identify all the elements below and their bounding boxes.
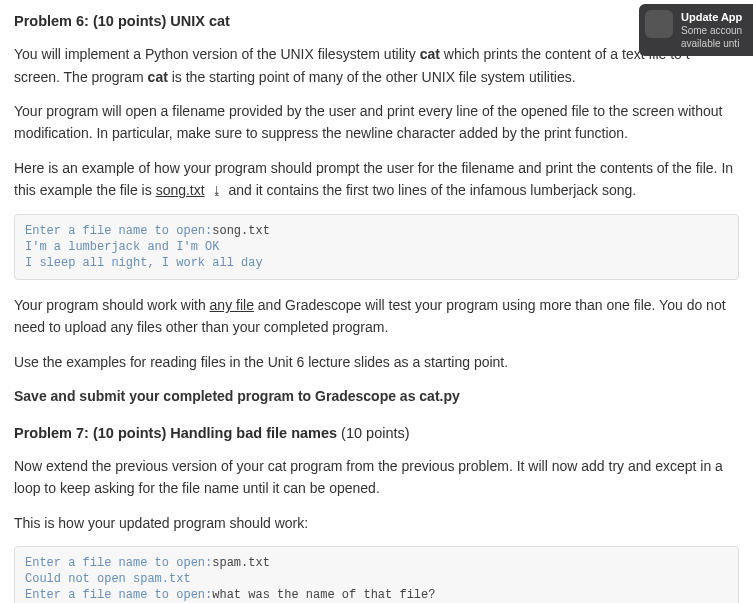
code-user-input: spam.txt	[212, 556, 270, 570]
text: is the starting point of many of the oth…	[168, 69, 576, 85]
notification-body-line2: available unti	[681, 37, 742, 50]
bold-cat: cat	[420, 46, 440, 62]
problem6-paragraph4: Your program should work with any file a…	[14, 294, 739, 339]
problem6-paragraph1: You will implement a Python version of t…	[14, 43, 739, 88]
system-notification[interactable]: Update App Some accoun available unti	[639, 4, 753, 56]
code-output: I sleep all night, I work all day	[25, 256, 263, 270]
notification-body-line1: Some accoun	[681, 24, 742, 37]
code-output: I'm a lumberjack and I'm OK	[25, 240, 219, 254]
text: You will implement a Python version of t…	[14, 46, 420, 62]
song-txt-link[interactable]: song.txt	[156, 182, 205, 198]
problem7-paragraph2: This is how your updated program should …	[14, 512, 739, 534]
problem6-paragraph5: Use the examples for reading files in th…	[14, 351, 739, 373]
problem6-submit: Save and submit your completed program t…	[14, 385, 739, 407]
problem7-code-block: Enter a file name to open:spam.txt Could…	[14, 546, 739, 603]
problem7-paragraph1: Now extend the previous version of your …	[14, 455, 739, 500]
code-user-input: song.txt	[212, 224, 270, 238]
code-output: Could not open spam.txt	[25, 572, 191, 586]
apple-icon	[645, 10, 673, 38]
problem7-heading: Problem 7: (10 points) Handling bad file…	[14, 422, 739, 445]
heading-points: (10 points)	[337, 425, 410, 441]
notification-text: Update App Some accoun available unti	[681, 10, 742, 50]
code-prompt: Enter a file name to open:	[25, 588, 212, 602]
notification-title: Update App	[681, 10, 742, 24]
problem6-heading: Problem 6: (10 points) UNIX cat	[14, 10, 739, 33]
code-prompt: Enter a file name to open:	[25, 556, 212, 570]
any-file-link: any file	[210, 297, 254, 313]
submit-text: Save and submit your completed program t…	[14, 388, 460, 404]
problem6-code-block: Enter a file name to open:song.txt I'm a…	[14, 214, 739, 281]
download-icon[interactable]: ⭳	[211, 182, 223, 201]
text: and it contains the first two lines of t…	[228, 182, 636, 198]
code-user-input: what was the name of that file?	[212, 588, 435, 602]
problem6-paragraph2: Your program will open a filename provid…	[14, 100, 739, 145]
problem6-paragraph3: Here is an example of how your program s…	[14, 157, 739, 202]
heading-bold: Problem 7: (10 points) Handling bad file…	[14, 425, 337, 441]
text: Your program should work with	[14, 297, 210, 313]
code-prompt: Enter a file name to open:	[25, 224, 212, 238]
bold-cat: cat	[148, 69, 168, 85]
